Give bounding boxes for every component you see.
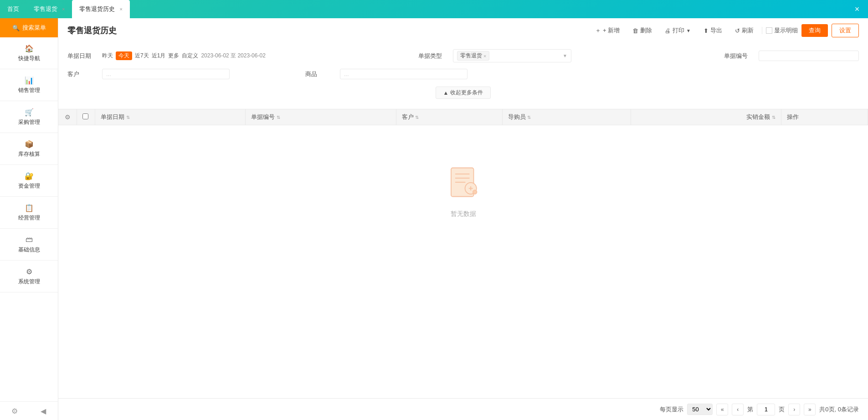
voucher-type-dropdown-icon: ▼ — [563, 53, 567, 58]
next-page-button[interactable]: › — [788, 404, 800, 415]
th-guide: 导购员 ⇅ — [502, 109, 631, 125]
export-label: 导出 — [710, 26, 722, 35]
query-button[interactable]: 查询 — [801, 24, 828, 37]
select-all-checkbox[interactable] — [82, 113, 88, 119]
page-number-input[interactable] — [757, 404, 775, 415]
tab-retail-return-close[interactable]: × — [62, 6, 65, 12]
th-customer-sort-icon[interactable]: ⇅ — [415, 115, 419, 120]
shortcut-today[interactable]: 今天 — [116, 51, 132, 60]
th-guide-label: 导购员 — [508, 113, 526, 120]
page-title-row: 零售退货历史 ＋ + 新增 🗑 删除 🖨 打印 ▼ — [67, 24, 859, 37]
voucher-type-label: 单据类型 — [418, 52, 444, 60]
settings-label: 设置 — [839, 27, 851, 34]
filter-area: 单据日期 昨天 今天 近7天 近1月 更多 自定义 2023-06-02 至 2… — [67, 43, 859, 109]
tab-home[interactable]: 首页 — [0, 0, 26, 18]
basic-info-icon: 🗃 — [25, 235, 34, 244]
filter-row-2: 客户 ... 商品 ... — [67, 67, 859, 81]
th-settings[interactable]: ⚙ — [58, 109, 77, 125]
sidebar-item-system[interactable]: ⚙ 系统管理 — [0, 261, 58, 292]
th-date: 单据日期 ⇅ — [95, 109, 246, 125]
empty-state: 暂无数据 — [58, 125, 868, 255]
filter-row-1: 单据日期 昨天 今天 近7天 近1月 更多 自定义 2023-06-02 至 2… — [67, 47, 859, 64]
th-no: 单据编号 ⇅ — [246, 109, 396, 125]
sidebar-item-label: 库存核算 — [18, 150, 40, 158]
tab-retail-return-history[interactable]: 零售退货历史 × — [72, 0, 129, 18]
new-button[interactable]: ＋ + 新增 — [591, 24, 624, 37]
first-page-button[interactable]: « — [716, 404, 728, 415]
refresh-button[interactable]: ↺ 刷新 — [730, 24, 758, 37]
collapse-row: ▲ 收起更多条件 — [67, 84, 859, 102]
toolbar-divider — [762, 27, 762, 34]
refresh-icon: ↺ — [735, 27, 740, 34]
delete-icon: 🗑 — [632, 27, 638, 34]
svg-point-7 — [473, 190, 477, 194]
quick-nav-icon: 🏠 — [25, 44, 34, 53]
system-icon: ⚙ — [25, 267, 34, 276]
content-area: 零售退货历史 ＋ + 新增 🗑 删除 🖨 打印 ▼ — [58, 18, 868, 420]
print-dropdown-icon: ▼ — [686, 28, 691, 33]
th-no-label: 单据编号 — [251, 113, 275, 120]
settings-button[interactable]: 设置 — [832, 24, 859, 37]
th-amount-sort-icon[interactable]: ⇅ — [772, 115, 776, 120]
toolbar: ＋ + 新增 🗑 删除 🖨 打印 ▼ ⬆ 导出 — [591, 24, 859, 37]
shortcut-more[interactable]: 更多 — [168, 52, 179, 60]
th-checkbox[interactable] — [77, 109, 95, 125]
pagination-bar: 每页显示 50 20 100 « ‹ 第 页 › » 共0页, 0条记录 — [58, 398, 868, 420]
date-range-display: 2023-06-02 至 2023-06-02 — [201, 52, 265, 60]
shortcut-custom[interactable]: 自定义 — [182, 52, 198, 60]
tab-retail-return[interactable]: 零售退货 × — [26, 0, 72, 18]
customer-filter-label: 客户 — [67, 70, 93, 78]
sidebar-item-sales-mgmt[interactable]: 📊 销售管理 — [0, 69, 58, 101]
empty-state-icon — [443, 162, 484, 203]
sidebar-search[interactable]: 🔍 搜索菜单 — [0, 18, 58, 37]
main-layout: 🔍 搜索菜单 🏠 快捷导航 📊 销售管理 🛒 采购管理 📦 库存核算 🔐 资金管… — [0, 18, 868, 420]
sidebar-item-operation[interactable]: 📋 经营管理 — [0, 197, 58, 229]
sidebar-item-purchase-mgmt[interactable]: 🛒 采购管理 — [0, 101, 58, 133]
tab-retail-return-history-close[interactable]: × — [119, 6, 122, 12]
delete-button[interactable]: 🗑 删除 — [628, 24, 657, 37]
table-header-row: ⚙ 单据日期 ⇅ 单据编号 ⇅ — [58, 109, 868, 125]
finance-icon: 🔐 — [25, 171, 34, 180]
window-close-button[interactable]: × — [848, 5, 866, 14]
th-no-sort-icon[interactable]: ⇅ — [277, 115, 280, 120]
per-page-label: 每页显示 — [660, 405, 683, 414]
sidebar-item-inventory[interactable]: 📦 库存核算 — [0, 133, 58, 165]
prev-page-button[interactable]: ‹ — [732, 404, 744, 415]
sidebar: 🔍 搜索菜单 🏠 快捷导航 📊 销售管理 🛒 采购管理 📦 库存核算 🔐 资金管… — [0, 18, 58, 420]
show-detail-checkbox-box[interactable] — [766, 27, 772, 34]
customer-input[interactable]: ... — [102, 69, 230, 79]
data-table: ⚙ 单据日期 ⇅ 单据编号 ⇅ — [58, 109, 868, 125]
per-page-select[interactable]: 50 20 100 — [687, 404, 713, 415]
sidebar-item-label: 销售管理 — [18, 87, 40, 94]
table-settings-icon[interactable]: ⚙ — [64, 113, 71, 121]
voucher-type-select[interactable]: 零售退货 × ▼ — [453, 49, 571, 62]
shortcut-yesterday[interactable]: 昨天 — [102, 52, 113, 60]
voucher-no-input[interactable] — [759, 51, 859, 61]
show-detail-checkbox[interactable]: 显示明细 — [766, 26, 798, 35]
print-label: 打印 — [673, 26, 684, 35]
sidebar-item-finance[interactable]: 🔐 资金管理 — [0, 165, 58, 197]
sidebar-settings-btn[interactable]: ⚙ — [0, 402, 29, 420]
voucher-type-value: 零售退货 — [460, 52, 482, 60]
sidebar-item-label: 基础信息 — [18, 246, 40, 254]
last-page-button[interactable]: » — [804, 404, 816, 415]
voucher-no-label: 单据编号 — [724, 52, 750, 60]
voucher-type-remove[interactable]: × — [483, 53, 486, 59]
sidebar-item-quick-nav[interactable]: 🏠 快捷导航 — [0, 37, 58, 69]
search-icon: 🔍 — [12, 25, 20, 31]
shortcut-7days[interactable]: 近7天 — [135, 52, 149, 60]
shortcut-1month[interactable]: 近1月 — [152, 52, 166, 60]
sidebar-collapse-btn[interactable]: ◀ — [29, 402, 58, 420]
page-unit: 页 — [779, 405, 785, 414]
print-button[interactable]: 🖨 打印 ▼ — [660, 24, 695, 37]
tab-bar: 首页 零售退货 × 零售退货历史 × — [0, 0, 848, 18]
export-button[interactable]: ⬆ 导出 — [699, 24, 727, 37]
th-date-sort-icon[interactable]: ⇅ — [126, 115, 130, 120]
collapse-button[interactable]: ▲ 收起更多条件 — [436, 87, 491, 99]
page-header: 零售退货历史 ＋ + 新增 🗑 删除 🖨 打印 ▼ — [58, 18, 868, 109]
th-amount: 实销金额 ⇅ — [631, 109, 781, 125]
sidebar-item-basic-info[interactable]: 🗃 基础信息 — [0, 229, 58, 261]
th-guide-sort-icon[interactable]: ⇅ — [527, 115, 531, 120]
goods-filter-label: 商品 — [305, 70, 331, 78]
goods-input[interactable]: ... — [340, 69, 467, 79]
